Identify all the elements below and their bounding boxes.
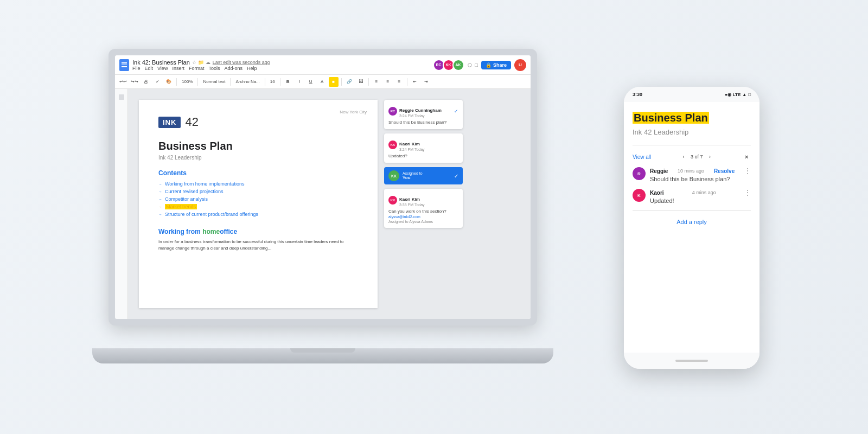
phone-comment-header: View all ‹ 3 of 7 › ✕ [633,152,751,162]
toc-arrow-1: → [158,182,162,186]
bold-button[interactable]: B [283,77,293,87]
assigned-label: Assigned to [403,171,423,175]
comment-card-2: KK Kaori Kim 3:24 PM Today Updated? [384,133,463,163]
share-button[interactable]: 🔒 Share [481,61,511,69]
menu-edit[interactable]: Edit [145,66,154,71]
close-comments-button[interactable]: ✕ [742,152,751,161]
toc-item-2[interactable]: → Current revised projections [158,189,358,194]
comment-check-1[interactable]: ✓ [454,108,458,114]
phone-time: 3:30 [633,92,642,97]
indent-more-button[interactable]: ⇥ [422,77,431,87]
ink-logo-row: INK 42 [158,115,358,129]
align-right-button[interactable]: ≡ [394,77,404,87]
spellcheck-button[interactable]: ✓ [152,77,162,87]
assigned-button[interactable]: KK Assigned to You ✓ [384,167,463,184]
menu-file[interactable]: File [132,66,141,71]
underline-button[interactable]: U [306,77,316,87]
comment-panel: RC Reggie Cunningham 3:24 PM Today ✓ Sho… [384,100,463,308]
redo-button[interactable]: ↪ [130,77,139,87]
menu-insert[interactable]: Insert [172,66,184,71]
add-reply-button[interactable]: Add a reply [676,219,707,225]
contents-heading: Contents [158,169,358,177]
align-left-button[interactable]: ≡ [372,77,381,87]
comment-avatar-1: RC [388,107,397,116]
phone-status-icons: ●◉ LTE ▲ □ [725,92,751,97]
phone-view-all[interactable]: View all [633,154,651,160]
next-comment-button[interactable]: › [705,152,714,162]
comment-count: 3 of 7 [691,154,703,159]
assigned-comment-assigned: Assigned to Alyssa Adams [388,220,458,224]
phone-doc-area: Business Plan Ink 42 Leadership View all… [624,102,760,353]
phone-comment-text-2: Updated! [650,197,751,204]
toc-item-4[interactable]: → Market trends [158,204,358,209]
star-icon[interactable]: ☆ [192,60,196,65]
table-of-contents: → Working from home implementations → Cu… [158,181,358,217]
docs-menu: File Edit View Insert Format Tools Add-o… [132,66,430,71]
doc-title-label[interactable]: Ink 42: Business Plan [132,59,190,66]
comment-text-2: Updated? [388,154,458,158]
page-location: New York City [340,110,367,114]
more-options-2[interactable]: ⋮ [744,189,751,196]
toc-text-1: Working from home implementations [165,181,244,187]
indent-less-button[interactable]: ⇤ [410,77,420,87]
toc-text-4: Market trends [165,204,197,209]
toc-arrow-4: → [158,205,162,209]
zoom-select[interactable]: 100% [180,79,195,85]
body-text: In order for a business transformation t… [158,239,358,252]
cloud-icon[interactable]: ☁ [206,60,210,65]
assigned-check-icon: ✓ [454,173,458,179]
assigned-comment-avatar: KK [388,196,397,205]
menu-view[interactable]: View [157,66,168,71]
paint-format-button[interactable]: 🎨 [164,77,174,87]
color-button[interactable]: A [317,77,327,87]
present-mode-icon[interactable]: ⬡ [468,62,472,68]
undo-button[interactable]: ↩ [118,77,128,87]
ink-badge: INK [158,117,181,128]
highlight-button[interactable]: ■ [329,77,339,87]
docs-content-area: New York City INK 42 Business Plan Ink 4… [128,89,531,319]
laptop: Ink 42: Business Plan ☆ 📁 ☁ Last edit wa… [108,49,559,363]
laptop-base [92,348,553,363]
align-center-button[interactable]: ≡ [383,77,393,87]
docs-header: Ink 42: Business Plan ☆ 📁 ☁ Last edit wa… [115,55,531,75]
menu-addons[interactable]: Add-ons [224,66,242,71]
link-button[interactable]: 🔗 [344,77,354,87]
italic-button[interactable]: I [295,77,304,87]
resolve-button-1[interactable]: Resolve [714,168,735,174]
menu-help[interactable]: Help [247,66,257,71]
size-select[interactable]: 16 [268,79,277,85]
folder-icon[interactable]: 📁 [198,60,204,65]
assigned-comment-email: alyssa@ink42.com [388,215,458,219]
toc-item-1[interactable]: → Working from home implementations [158,181,358,187]
style-select[interactable]: Normal text [201,79,227,85]
phone-doc-title-block: Business Plan [633,111,751,125]
menu-format[interactable]: Format [189,66,205,71]
phone-comment-avatar-1: R [633,167,646,180]
docs-body: New York City INK 42 Business Plan Ink 4… [115,89,531,319]
toc-text-3: Competitor analysis [165,196,208,202]
assigned-comment-user-info: KK Kaori Kim 3:35 PM Today [388,193,425,207]
menu-tools[interactable]: Tools [208,66,220,71]
docs-toolbar: ↩ ↪ 🖨 ✓ 🎨 100% Normal text Archno Na... … [115,75,531,89]
font-select[interactable]: Archno Na... [233,79,261,85]
phone-comment-content-1: Reggie 10 mins ago Resolve ⋮ Should this… [650,167,751,182]
screen-icon[interactable]: □ [475,62,478,68]
section-heading: Working from homeoffice [158,228,358,235]
toc-text-2: Current revised projections [165,189,224,194]
toc-arrow-5: → [158,213,162,216]
image-button[interactable]: 🖼 [356,77,366,87]
sidebar-handle [119,94,124,100]
print-button[interactable]: 🖨 [141,77,151,87]
toc-arrow-3: → [158,197,162,201]
prev-comment-button[interactable]: ‹ [679,152,688,162]
toc-item-3[interactable]: → Competitor analysis [158,196,358,202]
user-profile-avatar[interactable]: U [514,59,526,71]
toc-item-5[interactable]: → Structure of current product/brand off… [158,212,358,217]
more-options-1[interactable]: ⋮ [744,167,751,175]
assigned-comment-text: Can you work on this section? [388,209,458,214]
collaborator-avatar-3: AK [452,59,464,71]
phone-doc-subtitle: Ink 42 Leadership [633,128,751,136]
section-heading-part1: Working from [158,228,202,235]
assigned-comment-card: KK Kaori Kim 3:35 PM Today Can you work … [384,189,463,228]
phone-comment-2: K Kaori 4 mins ago ⋮ Updated! [633,189,751,204]
